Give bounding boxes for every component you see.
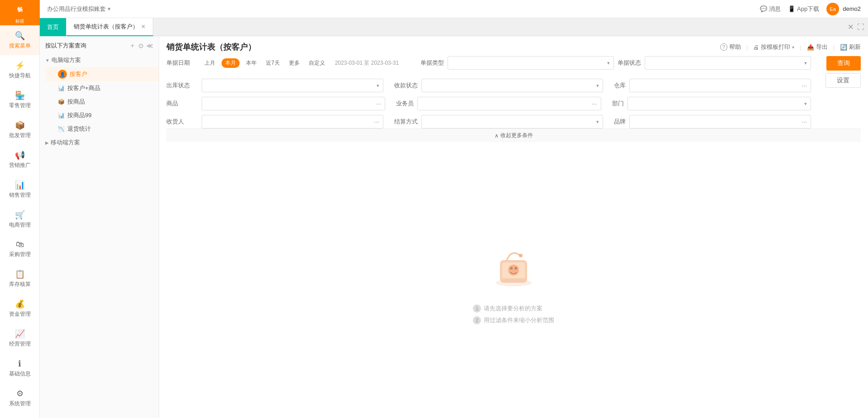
app-download-btn[interactable]: 📱 App下载 [788,5,819,13]
tab-home[interactable]: 首页 [40,18,66,36]
logo[interactable]: 畅 标搭 [0,0,40,25]
print-btn[interactable]: 🖨 按模板打印 ▾ [753,43,794,51]
sidebar-item-search[interactable]: 🔍 搜索菜单 [0,25,39,55]
finance-icon: 💰 [15,299,25,309]
maximize-window-icon[interactable]: ⛶ [857,23,864,31]
sidebar-item-label: 零售管理 [9,102,31,109]
add-scheme-btn[interactable]: ＋ [129,42,136,50]
by-customer-icon: 👤 [58,70,67,79]
filter-row-4: 收货人 ··· 结算方式 ▾ 品牌 ··· [166,115,811,128]
tree-item-by-goods-99[interactable]: 📊 按商品99 [45,109,159,122]
tree-section-mobile[interactable]: ▶ 移动端方案 [40,136,159,149]
help-btn[interactable]: ? 帮助 [720,43,741,51]
sidebar-item-system[interactable]: ⚙ 系统管理 [0,383,39,413]
page-actions: ? 帮助 | 🖨 按模板打印 ▾ | 📤 导出 | [720,43,861,51]
sidebar-item-sales[interactable]: 📊 销售管理 [0,175,39,204]
date-tab-custom[interactable]: 自定义 [306,58,328,68]
export-btn[interactable]: 📤 导出 [807,43,828,51]
brand-input[interactable]: ··· [629,115,811,128]
date-tab-this-month[interactable]: 本月 [222,58,240,68]
query-btn[interactable]: 查询 [826,56,861,71]
svg-point-6 [510,267,513,270]
sidebar-item-finance[interactable]: 💰 资金管理 [0,294,39,323]
order-status-input[interactable]: ▾ [645,56,811,70]
department-input[interactable]: ▾ [627,97,811,110]
collapse-panel-btn[interactable]: ≪ [146,42,153,49]
receipt-status-dropdown-icon: ▾ [596,83,599,89]
tree-section-desktop[interactable]: ▼ 电脑端方案 [40,53,159,67]
date-tab-this-year[interactable]: 本年 [243,58,259,68]
by-customer-goods-icon: 📊 [58,85,65,91]
sidebar-item-purchase[interactable]: 🛍 采购管理 [0,234,39,264]
edit-scheme-btn[interactable]: ⊙ [138,42,144,49]
sidebar-item-label: 库存核算 [9,280,31,288]
warehouse-input[interactable]: ··· [629,79,811,92]
tree-children-desktop: 👤 按客户 📊 按客户+商品 📦 按商品 📊 按商品99 📉 退货 [40,67,159,136]
order-status-dropdown-icon: ▾ [804,60,807,66]
warehouse-dots-icon: ··· [802,82,807,89]
sidebar-item-marketing[interactable]: 📢 营销推广 [0,145,39,175]
sidebar-item-inventory[interactable]: 📋 库存核算 [0,264,39,294]
department-dropdown-icon: ▾ [804,101,807,107]
sidebar-item-enterprise[interactable]: 🤝 企业协同 [0,413,39,418]
sidebar-item-operation[interactable]: 📈 经营管理 [0,323,39,353]
filter-area: 单据日期 上月 本月 本年 近7天 更多 自定义 2023-03-01 至 20… [159,56,868,146]
return-stats-icon: 📉 [58,126,65,132]
salesperson-input[interactable]: ··· [417,97,601,110]
order-type-label: 单据类型 [420,59,444,67]
payment-input[interactable]: ▾ [421,115,603,128]
setting-btn[interactable]: 设置 [826,73,861,88]
avatar-initials: Ea [830,6,836,12]
message-btn[interactable]: 💬 消息 [760,5,781,13]
sidebar-item-retail[interactable]: 🏪 零售管理 [0,85,39,115]
sidebar-menu: 🔍 搜索菜单 ⚡ 快捷导航 🏪 零售管理 📦 批发管理 📢 营销推广 📊 销售管… [0,25,39,418]
sidebar-item-basic[interactable]: ℹ 基础信息 [0,353,39,383]
header-title-area: 办公用品行业模拟账套 ▾ [47,5,111,13]
goods-input[interactable]: ··· [202,97,385,110]
goods-label: 商品 [166,100,198,108]
divider-1: | [746,44,748,51]
print-dropdown-icon: ▾ [792,45,794,50]
tree-item-return-stats[interactable]: 📉 退货统计 [45,122,159,136]
receipt-status-input[interactable]: ▾ [421,79,603,92]
warehouse-label: 仓库 [614,81,626,90]
sidebar-item-quick[interactable]: ⚡ 快捷导航 [0,55,39,85]
return-stats-label: 退货统计 [67,125,91,133]
by-goods-icon: 📦 [58,99,65,105]
refresh-label: 刷新 [849,43,861,51]
tree-item-by-goods[interactable]: 📦 按商品 [45,95,159,109]
tab-sales-stats[interactable]: 销货单统计表（按客户） ✕ [66,18,153,36]
dropdown-arrow-icon[interactable]: ▾ [108,5,111,12]
app-icon: 📱 [788,5,795,12]
main-area: 办公用品行业模拟账套 ▾ 💬 消息 📱 App下载 Ea demo2 首页 [40,0,868,418]
filter-row-2: 出库状态 ▾ 收款状态 ▾ 仓库 ··· [166,79,811,92]
refresh-btn[interactable]: 🔄 刷新 [840,43,861,51]
tree-section-mobile-label: 移动端方案 [51,138,80,147]
sidebar-item-ecommerce[interactable]: 🛒 电商管理 [0,204,39,234]
date-tab-more[interactable]: 更多 [286,58,302,68]
collapse-bar[interactable]: ∧ 收起更多条件 [166,128,861,142]
sidebar-item-label: 系统管理 [9,400,31,408]
export-label: 导出 [816,43,828,51]
user-area[interactable]: Ea demo2 [826,3,861,15]
order-type-dropdown-icon: ▾ [607,60,610,66]
tip-1-num: 1 [473,304,481,313]
close-window-icon[interactable]: ✕ [848,23,854,31]
sidebar-item-wholesale[interactable]: 📦 批发管理 [0,115,39,145]
page-title: 销货单统计表（按客户） [166,42,256,52]
tree-item-by-customer[interactable]: 👤 按客户 [45,67,159,81]
empty-tips: 1 请先选择要分析的方案 2 用过滤条件来缩小分析范围 [473,304,554,324]
quick-icon: ⚡ [15,61,25,71]
print-icon: 🖨 [753,44,759,51]
sidebar-item-label: 基础信息 [9,370,31,378]
order-type-input[interactable]: ▾ [448,56,614,70]
out-status-input[interactable]: ▾ [202,79,383,92]
svg-point-8 [519,254,523,257]
tab-home-label: 首页 [47,23,59,31]
receiver-input[interactable]: ··· [202,115,383,128]
tab-close-icon[interactable]: ✕ [141,24,146,30]
date-tab-last-month[interactable]: 上月 [202,58,218,68]
brand-label: 品牌 [614,118,626,126]
date-tab-7days[interactable]: 近7天 [263,58,283,68]
tree-item-by-customer-goods[interactable]: 📊 按客户+商品 [45,81,159,95]
